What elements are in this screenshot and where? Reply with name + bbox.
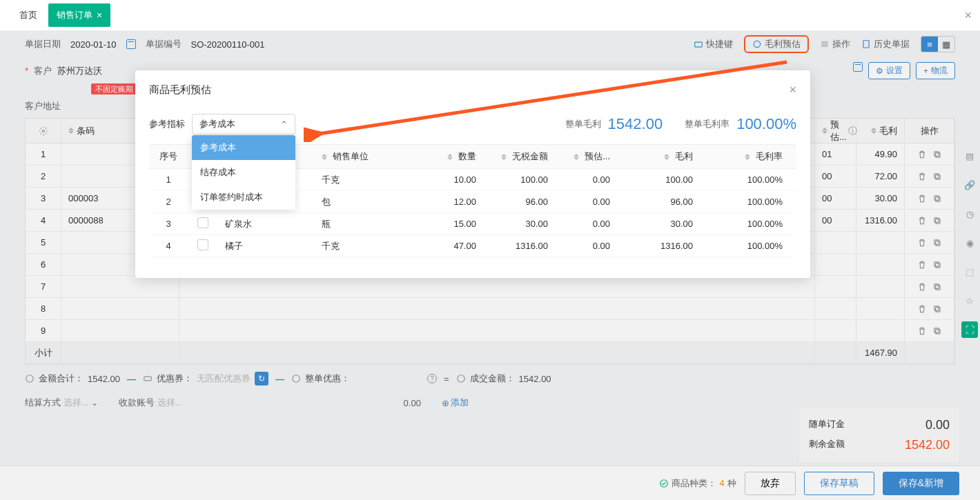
metric-option[interactable]: 订单签约时成本 bbox=[192, 185, 295, 210]
mcol-unit[interactable]: 销售单位 bbox=[315, 150, 411, 163]
mcell-name: 橘子 bbox=[218, 240, 315, 252]
mcell-index: 4 bbox=[149, 241, 188, 251]
modal-stats-row: 参考指标 参考成本 ⌃ 参考成本 结存成本 订单签约时成本 整单毛利 1542.… bbox=[135, 110, 810, 144]
mcell-checkbox[interactable] bbox=[188, 217, 218, 230]
mcell-unit: 瓶 bbox=[315, 218, 411, 230]
mcell-estimate: 0.00 bbox=[555, 197, 617, 207]
metric-select-wrap: 参考成本 ⌃ 参考成本 结存成本 订单签约时成本 bbox=[192, 114, 295, 134]
mcell-qty: 12.00 bbox=[411, 197, 483, 207]
mcol-amount[interactable]: 无税金额 bbox=[483, 150, 555, 163]
close-icon[interactable]: × bbox=[97, 10, 102, 21]
modal-title: 商品毛利预估 bbox=[149, 83, 211, 97]
mcol-profit[interactable]: 毛利 bbox=[617, 150, 700, 163]
mcell-checkbox[interactable] bbox=[188, 239, 218, 252]
mcell-index: 1 bbox=[149, 174, 188, 185]
metric-label: 参考指标 bbox=[149, 118, 185, 130]
mcell-qty: 15.00 bbox=[411, 219, 483, 229]
close-all-icon[interactable]: × bbox=[964, 8, 972, 23]
mcell-amount: 96.00 bbox=[483, 197, 555, 207]
tab-label: 销售订单 bbox=[57, 9, 92, 21]
mcell-profit: 96.00 bbox=[617, 197, 700, 207]
mcell-amount: 30.00 bbox=[483, 219, 555, 229]
mcell-qty: 10.00 bbox=[411, 174, 483, 185]
total-profit-rate-label: 整单毛利率 bbox=[685, 118, 729, 130]
chevron-up-icon: ⌃ bbox=[280, 119, 288, 130]
mcell-profit: 1316.00 bbox=[617, 241, 700, 251]
modal-table-row[interactable]: 4 橘子 千克 47.00 1316.00 0.00 1316.00 100.0… bbox=[149, 235, 796, 257]
modal-table-row[interactable]: 3 矿泉水 瓶 15.00 30.00 0.00 30.00 100.00% bbox=[149, 213, 796, 235]
mcell-name: 矿泉水 bbox=[218, 218, 315, 230]
modal-title-bar: 商品毛利预估 × bbox=[135, 70, 810, 110]
metric-value: 参考成本 bbox=[199, 118, 235, 130]
mcell-profit: 30.00 bbox=[617, 219, 700, 229]
mcell-index: 3 bbox=[149, 219, 188, 229]
mcol-index[interactable]: 序号 bbox=[149, 150, 188, 163]
mcol-rate[interactable]: 毛利率 bbox=[700, 150, 790, 163]
total-profit-label: 整单毛利 bbox=[565, 118, 601, 130]
metric-option[interactable]: 结存成本 bbox=[192, 160, 295, 185]
mcell-rate: 100.00% bbox=[700, 241, 790, 251]
mcell-amount: 1316.00 bbox=[483, 241, 555, 251]
mcol-estimate[interactable]: 预估... bbox=[555, 150, 617, 163]
mcol-qty[interactable]: 数量 bbox=[411, 150, 483, 163]
mcell-unit: 千克 bbox=[315, 174, 411, 186]
metric-option[interactable]: 参考成本 bbox=[192, 135, 295, 160]
mcell-rate: 100.00% bbox=[700, 197, 790, 207]
profit-estimate-modal: 商品毛利预估 × 参考指标 参考成本 ⌃ 参考成本 结存成本 订单签约时成本 整… bbox=[135, 70, 810, 278]
close-icon[interactable]: × bbox=[789, 83, 796, 97]
mcell-amount: 100.00 bbox=[483, 174, 555, 185]
mcell-estimate: 0.00 bbox=[555, 174, 617, 185]
mcell-unit: 千克 bbox=[315, 240, 411, 252]
mcell-unit: 包 bbox=[315, 196, 411, 208]
mcell-index: 2 bbox=[149, 197, 188, 207]
mcell-qty: 47.00 bbox=[411, 241, 483, 251]
top-tab-bar: 首页 销售订单 × × bbox=[0, 0, 980, 30]
tab-sales-order[interactable]: 销售订单 × bbox=[48, 3, 110, 27]
mcell-profit: 100.00 bbox=[617, 174, 700, 185]
mcell-estimate: 0.00 bbox=[555, 241, 617, 251]
mcell-rate: 100.00% bbox=[700, 174, 790, 185]
total-profit-rate-value: 100.00% bbox=[736, 115, 796, 133]
total-profit-value: 1542.00 bbox=[608, 115, 663, 133]
mcell-estimate: 0.00 bbox=[555, 219, 617, 229]
mcell-rate: 100.00% bbox=[700, 219, 790, 229]
tab-home[interactable]: 首页 bbox=[8, 9, 48, 21]
metric-dropdown: 参考成本 结存成本 订单签约时成本 bbox=[192, 135, 295, 210]
metric-select[interactable]: 参考成本 ⌃ bbox=[192, 114, 295, 134]
